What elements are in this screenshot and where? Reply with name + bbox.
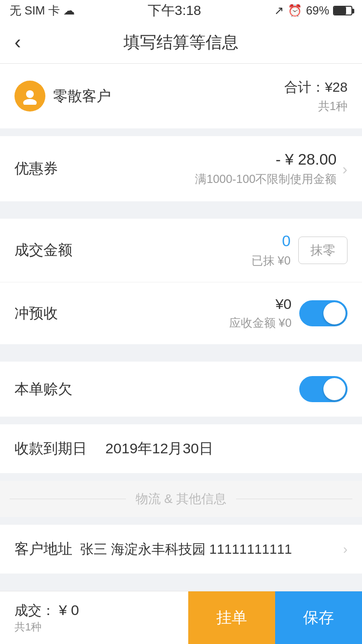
- signal-text: 无 SIM 卡 ☁: [10, 3, 75, 18]
- bottom-deal-label: 成交：: [14, 602, 55, 620]
- round-zero-button[interactable]: 抹零: [298, 237, 348, 264]
- total-count: 共1种: [284, 98, 348, 114]
- bottom-count: 共1种: [14, 620, 174, 634]
- debit-toggle[interactable]: [299, 376, 348, 402]
- back-button[interactable]: ‹: [14, 27, 30, 58]
- battery-icon: [333, 6, 352, 15]
- prepayment-sub: 应收金额 ¥0: [229, 315, 292, 331]
- save-button[interactable]: 保存: [275, 591, 362, 644]
- due-date-value: 2019年12月30日: [105, 440, 213, 456]
- deal-amount-row: 成交金额 0 已抹 ¥0 抹零: [0, 219, 362, 282]
- status-bar: 无 SIM 卡 ☁ 下午3:18 ↗ ⏰ 69%: [0, 0, 362, 21]
- deal-amount-label: 成交金额: [14, 240, 72, 260]
- debit-label: 本单赊欠: [14, 379, 72, 399]
- debit-section: 本单赊欠: [0, 362, 362, 417]
- avatar: [14, 81, 45, 112]
- due-date-row: 收款到期日 2019年12月30日: [0, 424, 362, 473]
- prepayment-label: 冲预收: [14, 304, 72, 323]
- deal-amount-value: 0: [251, 232, 291, 250]
- customer-row: 零散客户 合计：¥28 共1种: [0, 64, 362, 128]
- divider-line-left: [10, 499, 126, 499]
- divider: [0, 209, 362, 219]
- coupon-description: 满1000-100不限制使用金额: [195, 171, 336, 187]
- prepayment-toggle[interactable]: [299, 300, 348, 326]
- prepayment-amount: ¥0: [229, 296, 292, 312]
- address-row[interactable]: 客户地址 张三 海淀永丰科技园 11111111111 ›: [0, 525, 362, 574]
- deal-already-rounded: 已抹 ¥0: [251, 253, 291, 268]
- nav-bar: ‹ 填写结算等信息: [0, 21, 362, 64]
- customer-name: 零散客户: [53, 86, 111, 106]
- status-time: 下午3:18: [148, 1, 201, 20]
- coupon-right: - ¥ 28.00 满1000-100不限制使用金额 ›: [195, 151, 348, 187]
- bottom-summary: 成交： ¥ 0 共1种: [0, 591, 188, 644]
- coupon-label: 优惠券: [14, 159, 58, 179]
- nav-title: 填写结算等信息: [124, 31, 238, 54]
- prepayment-right: ¥0 应收金额 ¥0: [229, 296, 348, 331]
- form-section: 成交金额 0 已抹 ¥0 抹零 冲预收 ¥0 应收金额 ¥0: [0, 219, 362, 344]
- logistics-label: 物流 & 其他信息: [136, 490, 226, 507]
- bottom-bar: 成交： ¥ 0 共1种 挂单 保存: [0, 591, 362, 644]
- address-chevron-icon: ›: [343, 542, 348, 557]
- status-right: ↗ ⏰ 69%: [274, 4, 352, 17]
- hang-order-button[interactable]: 挂单: [188, 591, 275, 644]
- customer-total: 合计：¥28 共1种: [284, 78, 348, 114]
- address-label: 客户地址: [14, 539, 72, 559]
- alarm-icon: ⏰: [288, 4, 302, 17]
- battery-text: 69%: [306, 4, 329, 17]
- customer-info: 零散客户: [14, 81, 111, 112]
- debit-toggle-knob: [323, 378, 346, 400]
- coupon-row[interactable]: 优惠券 - ¥ 28.00 满1000-100不限制使用金额 ›: [0, 136, 362, 201]
- svg-point-1: [23, 99, 37, 105]
- coupon-amount: - ¥ 28.00: [195, 151, 336, 168]
- location-icon: ↗: [274, 4, 284, 17]
- svg-point-0: [26, 90, 34, 98]
- status-left: 无 SIM 卡 ☁: [10, 3, 75, 18]
- prepayment-row: 冲预收 ¥0 应收金额 ¥0: [0, 282, 362, 344]
- address-value: 张三 海淀永丰科技园 11111111111: [80, 540, 335, 559]
- chevron-right-icon: ›: [342, 161, 348, 177]
- toggle-knob: [323, 302, 346, 324]
- due-date-label: 收款到期日: [14, 440, 87, 456]
- logistics-divider: 物流 & 其他信息: [0, 481, 362, 517]
- bottom-deal-amount: ¥ 0: [59, 602, 79, 618]
- total-amount: 合计：¥28: [284, 78, 348, 97]
- divider2: [0, 352, 362, 362]
- deal-amount-right: 0 已抹 ¥0 抹零: [251, 232, 348, 268]
- divider-line-right: [236, 499, 352, 499]
